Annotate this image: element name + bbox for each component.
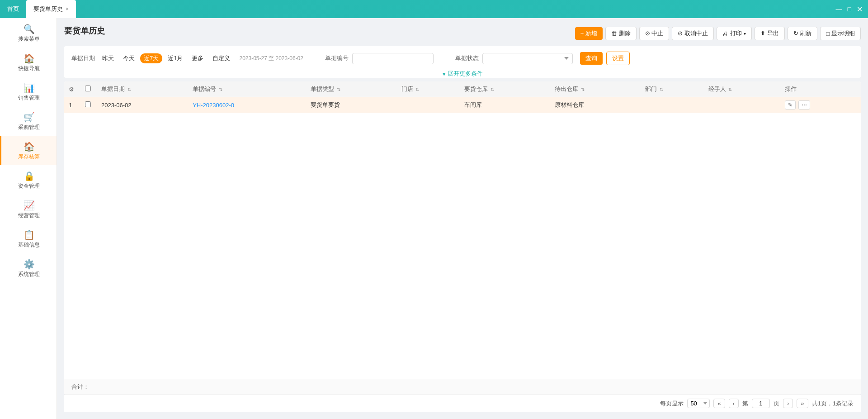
col-type: 单据类型 ⇅: [306, 81, 396, 97]
sidebar-item-operation[interactable]: 📈 经营管理: [0, 195, 57, 224]
page-number-input[interactable]: [752, 399, 770, 408]
sidebar-label-basic: 基础信息: [18, 241, 40, 249]
sidebar-item-nav[interactable]: 🏠 快捷导航: [0, 48, 57, 77]
sidebar-item-system[interactable]: ⚙️ 系统管理: [0, 253, 57, 283]
row-edit-button[interactable]: ✎: [785, 100, 796, 110]
sidebar-label-sales: 销售管理: [18, 94, 40, 102]
first-page-button[interactable]: «: [713, 399, 725, 408]
delete-button[interactable]: 🗑 删除: [605, 27, 637, 40]
new-button[interactable]: + 新增: [575, 27, 603, 40]
sort-store-icon[interactable]: ⇅: [415, 87, 419, 92]
order-no-input[interactable]: [352, 53, 434, 64]
row-more-button[interactable]: ⋯: [798, 100, 810, 110]
total-info: 共1页，1条记录: [812, 400, 854, 408]
row-actions-cell: ✎ ⋯: [780, 97, 861, 113]
row-handler: [704, 97, 781, 113]
custom-shortcut[interactable]: 自定义: [209, 53, 234, 63]
lock-icon: 🔒: [24, 171, 35, 181]
col-handler: 经手人 ⇅: [704, 81, 781, 97]
col-date: 单据日期 ⇅: [97, 81, 188, 97]
sidebar-item-finance[interactable]: 🔒 资金管理: [0, 165, 57, 195]
close-icon[interactable]: ✕: [857, 5, 863, 14]
yesterday-shortcut[interactable]: 昨天: [99, 53, 118, 63]
col-req-wh: 要货仓库 ⇅: [460, 81, 550, 97]
sidebar-label-search: 搜索菜单: [18, 35, 40, 43]
page-size-label: 每页显示: [660, 400, 684, 408]
last-page-button[interactable]: »: [797, 399, 808, 408]
inventory-icon: 🏠: [24, 142, 35, 151]
tab-close-icon[interactable]: ×: [66, 6, 69, 12]
table-card: ⚙ 单据日期 ⇅ 单据编号 ⇅ 单据类型: [64, 81, 861, 395]
sort-type-icon[interactable]: ⇅: [337, 87, 340, 92]
total-label: 合计：: [71, 383, 89, 390]
row-store: [397, 97, 460, 113]
page-title: 要货单历史: [64, 25, 105, 36]
cancel-stop-button[interactable]: ⊘ 取消中止: [672, 27, 714, 40]
refresh-button[interactable]: ↻ 刷新: [788, 27, 818, 40]
today-shortcut[interactable]: 今天: [119, 53, 138, 63]
tab-requisition-history[interactable]: 要货单历史 ×: [26, 0, 76, 18]
pagination-bar: 每页显示 50 10 20 100 « ‹ 第 页 › » 共1页，1条记录: [64, 395, 861, 412]
page-size-select[interactable]: 50 10 20 100: [687, 399, 710, 408]
operation-icon: 📈: [24, 201, 35, 210]
order-no-label: 单据编号: [325, 54, 349, 62]
filter-panel: 单据日期 昨天 今天 近7天 近1月 更多 自定义 2023-05-27 至 2…: [64, 46, 861, 78]
minimize-icon[interactable]: —: [836, 5, 842, 13]
last1month-shortcut[interactable]: 近1月: [164, 53, 186, 63]
row-checkbox[interactable]: [85, 101, 91, 107]
query-button[interactable]: 查询: [580, 52, 603, 65]
print-arrow-icon: ▾: [744, 31, 746, 36]
sort-date-icon[interactable]: ⇅: [127, 87, 131, 92]
sort-req-wh-icon[interactable]: ⇅: [491, 87, 494, 92]
table-header-row: ⚙ 单据日期 ⇅ 单据编号 ⇅ 单据类型: [64, 81, 861, 97]
sort-handler-icon[interactable]: ⇅: [728, 87, 732, 92]
sort-dept-icon[interactable]: ⇅: [660, 87, 663, 92]
stop-button[interactable]: ⊘ 中止: [639, 27, 670, 40]
more-shortcut[interactable]: 更多: [188, 53, 207, 63]
page-suffix-label: 页: [774, 400, 779, 408]
row-no-link[interactable]: YH-20230602-0: [193, 102, 234, 109]
top-actions: + 新增 🗑 删除 ⊘ 中止 ⊘ 取消中止 🖨 打印 ▾ ⬆ 导出 ↻ 刷新 □…: [575, 27, 861, 40]
col-dept: 部门 ⇅: [641, 81, 703, 97]
display-detail-button[interactable]: □ 显示明细: [820, 27, 861, 40]
main-layout: 🔍 搜索菜单 🏠 快捷导航 📊 销售管理 🛒 采购管理 🏠 库存核算 🔒 资金管…: [0, 18, 868, 419]
col-store: 门店 ⇅: [397, 81, 460, 97]
system-icon: ⚙️: [24, 260, 35, 269]
row-no: YH-20230602-0: [188, 97, 306, 113]
home-icon: 🏠: [24, 54, 35, 63]
settings-button[interactable]: 设置: [606, 52, 630, 65]
sidebar-label-inventory: 库存核算: [18, 153, 40, 161]
prev-page-button[interactable]: ‹: [729, 399, 739, 408]
tab-requisition-label: 要货单历史: [33, 5, 63, 13]
sort-no-icon[interactable]: ⇅: [219, 87, 222, 92]
sidebar-item-sales[interactable]: 📊 销售管理: [0, 77, 57, 106]
row-pending-wh: 原材料仓库: [550, 97, 641, 113]
tab-home[interactable]: 首页: [0, 0, 26, 18]
col-no: 单据编号 ⇅: [188, 81, 306, 97]
sort-pending-wh-icon[interactable]: ⇅: [581, 87, 585, 92]
select-all-checkbox[interactable]: [85, 86, 91, 91]
row-type: 要货单要货: [306, 97, 396, 113]
col-settings[interactable]: ⚙: [64, 81, 80, 97]
row-index: 1: [64, 97, 80, 113]
expand-more-button[interactable]: ▾ 展开更多条件: [443, 70, 483, 78]
cart-icon: 🛒: [24, 113, 35, 122]
tab-bar: 首页 要货单历史 ×: [0, 0, 836, 18]
sidebar-item-search[interactable]: 🔍 搜索菜单: [0, 18, 57, 48]
sidebar-label-finance: 资金管理: [18, 182, 40, 190]
sidebar-item-purchase[interactable]: 🛒 采购管理: [0, 106, 57, 136]
last7days-shortcut[interactable]: 近7天: [140, 53, 162, 63]
tab-home-label: 首页: [7, 5, 19, 13]
col-checkbox[interactable]: [80, 81, 97, 97]
sidebar-item-basic[interactable]: 📋 基础信息: [0, 224, 57, 253]
maximize-icon[interactable]: □: [848, 5, 851, 13]
window-controls: — □ ✕: [836, 5, 868, 14]
row-checkbox-cell[interactable]: [80, 97, 97, 113]
row-date: 2023-06-02: [97, 97, 188, 113]
status-select[interactable]: [482, 53, 573, 64]
next-page-button[interactable]: ›: [783, 399, 793, 408]
sidebar-item-inventory[interactable]: 🏠 库存核算: [0, 136, 57, 165]
print-button[interactable]: 🖨 打印 ▾: [717, 27, 752, 40]
export-button[interactable]: ⬆ 导出: [755, 27, 785, 40]
print-icon: 🖨: [722, 30, 728, 37]
